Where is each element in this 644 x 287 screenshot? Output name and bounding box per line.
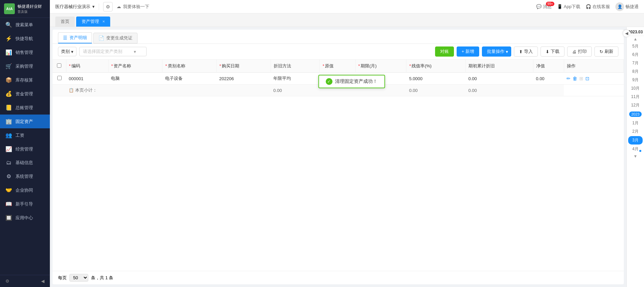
col-purchase-date: *购买日期 [217,60,271,73]
app-center-icon: 🔲 [5,215,12,221]
subtab-generate-voucher[interactable]: 📄 变更生成凭证 [93,33,137,43]
guide-icon: 📖 [5,201,12,207]
month-7[interactable]: 7月 [627,59,644,67]
col-residual-rate: *残值率(%) [406,60,466,73]
month-3-active[interactable]: 3月 [628,136,643,145]
sidebar-scroll: 🔍 搜索菜单 ⚡ 快捷导航 📊 销售管理 🛒 采购管理 📦 库存核算 💰 资金管… [0,18,50,275]
more-icon[interactable]: ⊡ [585,76,589,81]
month-12[interactable]: 12月 [627,101,644,109]
month-5[interactable]: 5月 [627,42,644,51]
sidebar-item-ledger[interactable]: 📒 总账管理 [0,101,50,115]
sidebar-item-fixed-assets[interactable]: 🏢 固定资产 [0,115,50,128]
tab-home[interactable]: 首页 [55,17,75,27]
pagination: 每页 50 100 200 条，共 1 条 [53,271,624,284]
month-8[interactable]: 8月 [627,67,644,76]
settings-button[interactable]: ⚙ [103,2,113,11]
sidebar-item-guide[interactable]: 📖 新手引导 [0,197,50,211]
print-button[interactable]: 🖨 打印 [567,46,592,57]
sidebar-item-search[interactable]: 🔍 搜索菜单 [0,18,50,32]
nav-down-button[interactable]: ▼ [633,153,638,159]
system-icon: ⚙ [5,173,12,180]
sidebar-item-operations[interactable]: 📈 经营管理 [0,142,50,156]
import-button[interactable]: ⬆ 导入 [514,46,538,57]
batch-arrow-icon: ▾ [506,49,508,54]
experience-button[interactable]: ☁ 我要体验一下 [117,4,149,10]
delete-icon[interactable]: 🗑 [573,76,577,81]
sidebar-item-base-info[interactable]: 🗂 基础信息 [0,156,50,169]
select-all-checkbox[interactable] [57,63,61,68]
category-filter[interactable]: 类别 ▾ [58,47,76,56]
month-6[interactable]: 6月 [627,51,644,59]
enterprise-icon: 🤝 [5,187,12,193]
cell-code: 000001 [66,73,108,85]
select-all-header[interactable] [53,60,66,73]
message-icon: 💬 [536,4,542,9]
company-selector[interactable]: 医疗器械行业演示 ▾ [55,4,95,10]
sidebar-item-payroll[interactable]: 👥 工资 [0,128,50,142]
refresh-button[interactable]: ↻ 刷新 [594,46,618,57]
sidebar-item-inventory[interactable]: 📦 库存核算 [0,73,50,87]
settings-icon[interactable]: ⚙ [5,279,9,284]
month-1[interactable]: 1月 [627,119,644,127]
app-download-button[interactable]: 📱 App下载 [557,4,580,10]
month-4[interactable]: 4月 [627,145,644,153]
fixed-assets-icon: 🏢 [5,118,12,125]
logo-text: 畅捷通好业财 普及版 [18,4,42,14]
list-icon: ☰ [63,35,67,40]
row-checkbox[interactable] [57,76,62,80]
page-size-select[interactable]: 50 100 200 [69,274,88,282]
sidebar-logo: AtA 畅捷通好业财 普及版 [0,0,50,18]
col-name: *资产名称 [108,60,162,73]
month-2[interactable]: 2月 [627,127,644,136]
sidebar-item-system[interactable]: ⚙ 系统管理 [0,169,50,183]
topbar: 医疗器械行业演示 ▾ ⚙ ☁ 我要体验一下 💬 消息 99+ 📱 App下载 🎧… [50,0,644,13]
subtab-asset-detail[interactable]: ☰ 资产明细 [58,32,92,43]
user-name: 畅捷通 [625,4,639,10]
sidebar: AtA 畅捷通好业财 普及版 🔍 搜索菜单 ⚡ 快捷导航 📊 销售管理 🛒 采购… [0,0,50,287]
user-menu[interactable]: 👤 畅捷通 [615,2,639,11]
topbar-divider [99,3,99,10]
tab-close-icon[interactable]: × [102,19,105,24]
payroll-icon: 👥 [5,132,12,138]
cell-depreciation-method: 年限平均 [271,73,320,85]
edit-icon[interactable]: ✏ [566,76,571,81]
operations-icon: 📈 [5,146,12,152]
subtotal-label: 📋 本页小计： [66,85,271,96]
subtotal-net-value: 0.00 [466,85,533,96]
month-9[interactable]: 9月 [627,76,644,84]
collapse-icon[interactable]: ◀ [41,279,44,284]
sidebar-item-sales[interactable]: 📊 销售管理 [0,45,50,59]
sidebar-item-app-center[interactable]: 🔲 应用中心 [0,211,50,225]
row-checkbox-cell[interactable] [53,73,66,85]
ledger-button[interactable]: 对账 [435,46,454,57]
batch-button[interactable]: 批量操作 ▾ [482,46,511,57]
col-category: *类别名称 [162,60,217,73]
month-11[interactable]: 11月 [627,93,644,101]
panel-collapse-button[interactable]: ◀ [623,30,630,37]
sales-icon: 📊 [5,49,12,56]
cell-residual-rate: 5.0000 [406,73,466,85]
company-name: 医疗器械行业演示 [55,4,90,10]
sidebar-item-enterprise[interactable]: 🤝 企业协同 [0,183,50,197]
sidebar-item-quick-nav[interactable]: ⚡ 快捷导航 [0,32,50,45]
nav-up-button[interactable]: ▲ [633,36,638,42]
finance-icon: 💰 [5,91,12,97]
category-input[interactable]: 请选择固定资产类别 ▾ [79,47,147,56]
sidebar-item-purchase[interactable]: 🛒 采购管理 [0,59,50,73]
tab-asset-management[interactable]: 资产管理 × [76,17,110,27]
base-info-icon: 🗂 [5,160,12,166]
online-service-button[interactable]: 🎧 在线客服 [586,4,610,10]
download-button[interactable]: ⬇ 下载 [541,46,564,57]
month-10[interactable]: 10月 [627,84,644,93]
subtabs: ☰ 资产明细 📄 变更生成凭证 [53,30,624,44]
year-label[interactable]: 2023 [629,111,641,117]
col-actions: 操作 [564,60,623,73]
message-button[interactable]: 💬 消息 99+ [536,4,552,10]
copy-icon[interactable]: ⊞ [579,76,583,81]
sidebar-item-finance[interactable]: 💰 资金管理 [0,87,50,101]
purchase-icon: 🛒 [5,63,12,69]
new-button[interactable]: + 新增 [457,46,479,57]
col-depreciation-method: 折旧方法 [271,60,320,73]
sidebar-bottom: ⚙ ◀ [0,275,50,287]
col-original-value: *原值 [320,60,356,73]
